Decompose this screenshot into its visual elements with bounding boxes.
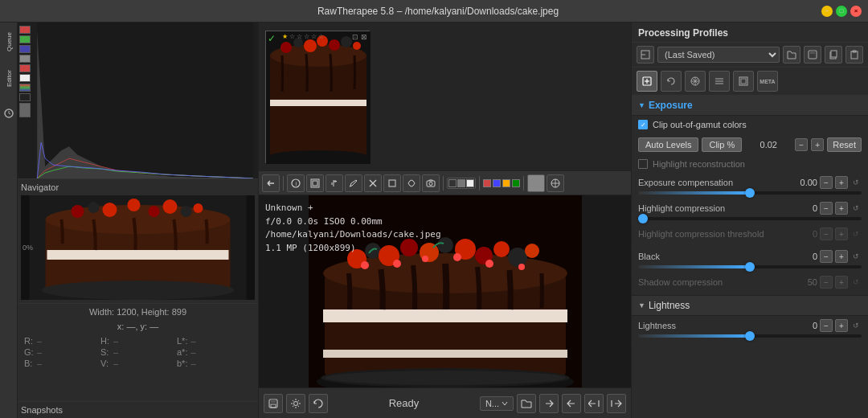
swatch-r2[interactable]	[19, 64, 31, 72]
save-button[interactable]	[264, 394, 283, 413]
zoom-btn[interactable]	[306, 174, 324, 192]
black-thumb[interactable]	[745, 262, 755, 272]
color-box-dark[interactable]	[448, 179, 457, 187]
clip-percent-button[interactable]: Clip %	[702, 137, 742, 152]
swatch-rgb[interactable]	[19, 84, 31, 92]
nav-back-button[interactable]	[562, 394, 581, 413]
exposure-comp-track[interactable]	[638, 191, 862, 195]
star-1[interactable]: ★	[282, 33, 288, 40]
profile-folder-btn[interactable]	[783, 46, 800, 64]
black-reset-icon[interactable]: ↺	[850, 251, 862, 262]
color-box-mid[interactable]	[457, 179, 465, 187]
sidebar-icon-queue[interactable]: Queue	[2, 26, 16, 58]
scissors-btn[interactable]	[364, 174, 382, 192]
exposure-section-header[interactable]: ▼ Exposure	[632, 96, 868, 116]
lightness-header[interactable]: ▼ Lightness	[632, 296, 868, 316]
swatch-blue[interactable]	[19, 45, 31, 53]
color-box-orange[interactable]	[502, 179, 510, 187]
black-decrease-btn[interactable]: −	[820, 250, 833, 263]
swatch-luma[interactable]	[19, 55, 31, 63]
color-box-blue[interactable]	[493, 179, 501, 187]
clip-increase-btn[interactable]: +	[811, 138, 824, 151]
underexp-btn[interactable]	[547, 174, 564, 192]
highlight-recon-label: Highlight reconstruction	[653, 159, 745, 169]
swatch-dark[interactable]	[19, 93, 31, 101]
color-tool-btn[interactable]	[685, 71, 706, 92]
swatch-green[interactable]	[19, 35, 31, 43]
detail-tool-btn[interactable]	[709, 71, 730, 92]
color-box-light[interactable]	[466, 179, 474, 187]
star-5[interactable]: ☆	[311, 33, 317, 40]
minimize-button[interactable]: −	[821, 6, 833, 17]
sidebar-icon-actions[interactable]	[2, 106, 16, 121]
filename-dropdown[interactable]: N...	[480, 396, 514, 411]
highlight-comp-track[interactable]	[638, 217, 862, 220]
lightness-track[interactable]	[638, 334, 862, 338]
star-3[interactable]: ☆	[297, 33, 302, 40]
maximize-button[interactable]: □	[836, 6, 847, 17]
swatch-red[interactable]	[19, 26, 31, 34]
clip-decrease-btn[interactable]: −	[795, 138, 808, 151]
lstar-label: L*:	[177, 336, 187, 346]
transform-tool-btn[interactable]	[733, 71, 754, 92]
refresh-button[interactable]	[309, 394, 328, 413]
pan-left-btn[interactable]	[262, 174, 280, 192]
swatch-wb[interactable]	[19, 74, 31, 82]
image-view[interactable]: Unknown + f/0.0 0.0s ISO0 0.00mm /home/k…	[259, 195, 631, 387]
star-4[interactable]: ☆	[304, 33, 309, 40]
thumbnail-item[interactable]: ✓ ★ ☆ ☆ ☆ ☆ ☆ ⊡ ⊠	[265, 31, 370, 163]
profile-select[interactable]: (Last Saved)	[657, 47, 780, 63]
hl-comp-increase-btn[interactable]: +	[835, 202, 848, 215]
hand-btn[interactable]	[326, 174, 343, 192]
r-value: –	[37, 336, 42, 346]
profile-copy-btn[interactable]	[825, 46, 842, 64]
settings-button[interactable]	[286, 394, 305, 413]
info-btn[interactable]: i	[287, 174, 305, 192]
star-2[interactable]: ☆	[289, 33, 295, 40]
nav-next-button[interactable]	[607, 394, 626, 413]
swatch-waveform[interactable]	[19, 103, 31, 117]
svg-rect-71	[810, 51, 815, 54]
lightness-thumb[interactable]	[745, 331, 755, 341]
profile-save-btn[interactable]	[804, 46, 821, 64]
reset-button[interactable]: Reset	[827, 137, 862, 152]
svg-point-15	[194, 203, 203, 213]
close-button[interactable]: ×	[850, 6, 862, 17]
pencil-btn[interactable]	[345, 174, 362, 192]
thumb-delete-icon[interactable]: ⊠	[361, 33, 367, 41]
exposure-section: ▼ Exposure ✓ Clip out-of-gamut colors Au…	[632, 96, 868, 295]
nav-forward-button[interactable]	[539, 394, 559, 413]
highlight-recon-checkbox[interactable]	[638, 159, 648, 169]
rotate-btn[interactable]	[383, 174, 401, 192]
exp-comp-reset-icon[interactable]: ↺	[850, 177, 862, 188]
camera-btn[interactable]	[422, 174, 440, 192]
clip-gamut-checkbox[interactable]: ✓	[638, 120, 648, 129]
exposure-comp-thumb[interactable]	[745, 188, 755, 198]
profile-paste-btn[interactable]	[845, 46, 863, 64]
lightness-decrease-btn[interactable]: −	[820, 319, 833, 332]
hl-comp-reset-icon[interactable]: ↺	[850, 203, 862, 214]
exposure-tool-btn[interactable]	[637, 71, 657, 92]
profile-partial-btn[interactable]	[637, 46, 654, 64]
sidebar-icon-editor[interactable]: Editor	[2, 63, 16, 95]
color-box-green2[interactable]	[512, 179, 520, 187]
auto-levels-button[interactable]: Auto Levels	[638, 137, 698, 152]
exp-comp-decrease-btn[interactable]: −	[820, 176, 833, 189]
highlight-comp-thumb[interactable]	[638, 214, 648, 223]
overexp-btn[interactable]	[527, 174, 545, 192]
lightness-reset-icon[interactable]: ↺	[850, 320, 862, 331]
nav-prev-button[interactable]	[584, 394, 604, 413]
folder-button[interactable]	[517, 394, 536, 413]
black-track[interactable]	[638, 265, 862, 268]
star-6[interactable]: ☆	[318, 33, 324, 40]
raw-tool-btn[interactable]: META	[757, 71, 778, 92]
thumb-copy-icon[interactable]: ⊡	[352, 33, 358, 41]
hl-comp-decrease-btn[interactable]: −	[820, 202, 833, 215]
rotate-tool-btn[interactable]	[661, 71, 682, 92]
svg-rect-67	[271, 404, 276, 408]
fisheye-btn[interactable]	[403, 174, 420, 192]
black-increase-btn[interactable]: +	[835, 250, 848, 263]
color-box-red[interactable]	[483, 179, 491, 187]
lightness-increase-btn[interactable]: +	[835, 319, 848, 332]
exp-comp-increase-btn[interactable]: +	[835, 176, 848, 189]
